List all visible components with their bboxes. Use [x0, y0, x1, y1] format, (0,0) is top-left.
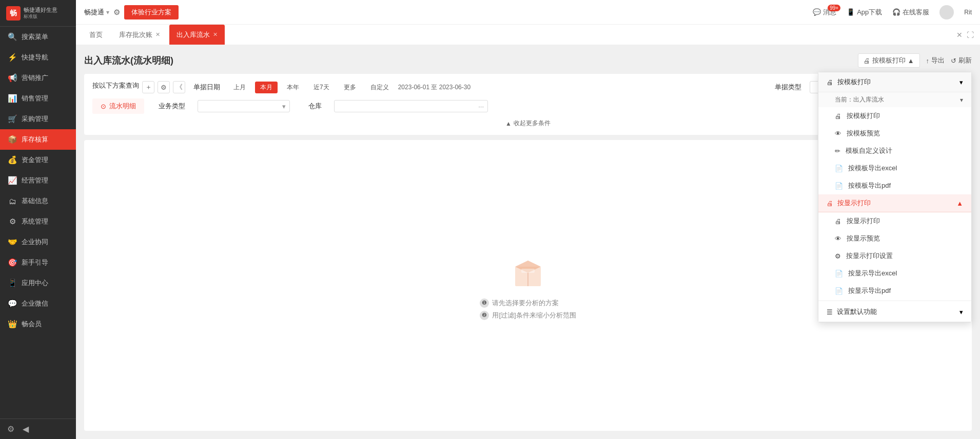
dropdown-item-display-preview[interactable]: 👁 按显示预览: [818, 230, 971, 247]
date-tag-more[interactable]: 更多: [339, 82, 361, 93]
template-print-section-header[interactable]: 🖨 按模板打印 ▾: [818, 72, 971, 92]
hint-num-1: ❶: [480, 298, 489, 308]
warehouse-dots-icon[interactable]: ···: [478, 103, 484, 110]
sidebar-item-wechat[interactable]: 💬 企业微信: [0, 293, 76, 314]
date-tag-this-month[interactable]: 本月: [255, 82, 278, 93]
sidebar-item-guide[interactable]: 🎯 新手引导: [0, 252, 76, 273]
tab-home[interactable]: 首页: [82, 25, 110, 45]
tabs-right: ✕ ⛶: [956, 31, 974, 39]
display-print-section-header[interactable]: 🖨 按显示打印 ▲: [818, 194, 971, 212]
tab-flow-close-icon[interactable]: ✕: [213, 31, 218, 38]
close-window-icon[interactable]: ✕: [956, 31, 963, 39]
settings-icon[interactable]: ⚙: [7, 424, 14, 434]
filter-collapse-btn[interactable]: 《: [173, 81, 185, 93]
display-preview-label: 按显示预览: [847, 234, 880, 243]
sidebar-item-finance[interactable]: 💰 资金管理: [0, 150, 76, 170]
export-btn[interactable]: ↑ 导出: [926, 56, 945, 65]
logo-text-wrap: 畅捷通好生意 标准版: [24, 6, 57, 20]
date-tag-7days[interactable]: 近7天: [308, 82, 335, 93]
hint-num-2: ❷: [480, 311, 489, 320]
sidebar-label-basic: 基础信息: [22, 196, 48, 206]
sidebar-item-purchase[interactable]: 🛒 采购管理: [0, 109, 76, 129]
tab-batch[interactable]: 库存批次账 ✕: [112, 25, 167, 45]
dropdown-item-display-print[interactable]: 🖨 按显示打印: [818, 212, 971, 230]
biz-type-select[interactable]: [198, 100, 290, 112]
collapse-more-btn[interactable]: ▲ 收起更多条件: [505, 119, 551, 128]
maximize-window-icon[interactable]: ⛶: [967, 31, 974, 39]
dropdown-item-template-custom[interactable]: ✏ 模板自定义设计: [818, 142, 971, 159]
current-chevron-icon[interactable]: ▾: [960, 96, 963, 104]
sidebar-label-member: 畅会员: [22, 320, 42, 329]
tabs-bar: 首页 库存批次账 ✕ 出入库流水 ✕ ✕ ⛶: [76, 25, 980, 45]
sidebar-item-quick-nav[interactable]: ⚡ 快捷导航: [0, 47, 76, 68]
tab-flow-label: 出入库流水: [177, 30, 210, 39]
filter-gear-btn[interactable]: ⚙: [158, 81, 170, 93]
empty-state: ❶ 请先选择要分析的方案 ❷ 用[过滤]条件来缩小分析范围: [480, 251, 576, 320]
sidebar-item-sales[interactable]: 📊 销售管理: [0, 88, 76, 109]
dropdown-divider: [818, 301, 971, 301]
print-dropdown: 🖨 按模板打印 ▾ 当前：出入库流水 ▾ 🖨 按模板打印 👁 按模板预览 ✏: [818, 72, 972, 323]
template-print-item-icon: 🖨: [835, 112, 841, 120]
tab-flow[interactable]: 出入库流水 ✕: [169, 25, 225, 45]
default-func-header[interactable]: ☰ 设置默认功能 ▾: [818, 302, 971, 322]
message-btn[interactable]: 💬 消息 99+: [813, 8, 836, 17]
dropdown-item-display-excel[interactable]: 📄 按显示导出excel: [818, 265, 971, 282]
app-download-btn[interactable]: 📱 App下载: [847, 8, 882, 17]
filter-biz-label: 业务类型: [159, 102, 185, 111]
filter-date-label: 单据日期: [193, 83, 220, 92]
industry-btn[interactable]: 体验行业方案: [124, 5, 179, 19]
dropdown-item-template-preview[interactable]: 👁 按模板预览: [818, 125, 971, 142]
tab-batch-close-icon[interactable]: ✕: [155, 31, 160, 38]
wechat-icon: 💬: [7, 298, 17, 309]
online-service-btn[interactable]: 🎧 在线客服: [892, 8, 929, 17]
sidebar-item-basic[interactable]: 🗂 基础信息: [0, 191, 76, 211]
collapse-sidebar-icon[interactable]: ◀: [23, 424, 29, 434]
dropdown-item-template-excel[interactable]: 📄 按模板导出excel: [818, 159, 971, 177]
display-pdf-label: 按显示导出pdf: [848, 286, 891, 295]
avatar[interactable]: [939, 5, 954, 19]
tab-home-label: 首页: [89, 30, 103, 39]
sidebar-item-apps[interactable]: 📱 应用中心: [0, 273, 76, 293]
filter-add-btn[interactable]: ＋: [142, 81, 154, 93]
template-print-section-label: 🖨 按模板打印: [827, 77, 871, 87]
header-gear-icon[interactable]: ⚙: [113, 8, 120, 17]
sidebar-item-inventory[interactable]: 📦 库存核算: [0, 129, 76, 150]
default-func-chevron-icon: ▾: [959, 308, 963, 316]
user-area[interactable]: 畅捷通 ▾: [84, 8, 109, 17]
sidebar-label-marketing: 营销推广: [22, 73, 48, 83]
message-icon: 💬: [813, 8, 821, 16]
collapse-label: 收起更多条件: [514, 119, 551, 128]
warehouse-input[interactable]: [334, 100, 488, 112]
dropdown-item-display-pdf[interactable]: 📄 按显示导出pdf: [818, 282, 971, 300]
sidebar-label-enterprise: 企业协同: [22, 237, 48, 247]
print-template-btn[interactable]: 🖨 按模板打印 ▲: [858, 53, 920, 68]
date-tag-custom[interactable]: 自定义: [365, 82, 394, 93]
sidebar-label-finance: 资金管理: [22, 155, 48, 165]
query-left: 按以下方案查询 ＋ ⚙ 《: [92, 81, 185, 93]
sidebar-item-marketing[interactable]: 📢 营销推广: [0, 68, 76, 88]
sidebar-bottom: ⚙ ◀: [0, 418, 76, 439]
username-dropdown-icon[interactable]: ▾: [106, 9, 109, 16]
display-preview-icon: 👁: [835, 235, 841, 243]
filter-tag-item[interactable]: ⊙ 流水明细: [92, 98, 144, 114]
date-tag-last-month[interactable]: 上月: [228, 82, 251, 93]
refresh-btn[interactable]: ↺ 刷新: [951, 56, 972, 65]
filter-tag-label: 流水明细: [109, 102, 136, 111]
empty-hint-1: ❶ 请先选择要分析的方案: [480, 298, 576, 308]
dropdown-item-template-print[interactable]: 🖨 按模板打印: [818, 107, 971, 125]
sidebar-label-inventory: 库存核算: [22, 135, 48, 144]
display-print-label: 按显示打印: [847, 216, 880, 226]
enterprise-icon: 🤝: [7, 237, 17, 247]
dropdown-item-display-print-setting[interactable]: ⚙ 按显示打印设置: [818, 247, 971, 265]
date-tag-this-year[interactable]: 本年: [282, 82, 304, 93]
sidebar-item-system[interactable]: ⚙ 系统管理: [0, 211, 76, 232]
sidebar-item-search[interactable]: 🔍 搜索菜单: [0, 27, 76, 47]
dropdown-item-template-pdf[interactable]: 📄 按模板导出pdf: [818, 177, 971, 194]
inventory-icon: 📦: [7, 134, 17, 145]
logo-badge: 标准版: [24, 13, 57, 20]
sidebar-item-operations[interactable]: 📈 经营管理: [0, 170, 76, 191]
sidebar-item-member[interactable]: 👑 畅会员: [0, 314, 76, 334]
print-dropdown-chevron-icon[interactable]: ▲: [908, 57, 914, 65]
sidebar-item-enterprise[interactable]: 🤝 企业协同: [0, 232, 76, 252]
page-title: 出入库流水(流水明细): [84, 54, 173, 67]
